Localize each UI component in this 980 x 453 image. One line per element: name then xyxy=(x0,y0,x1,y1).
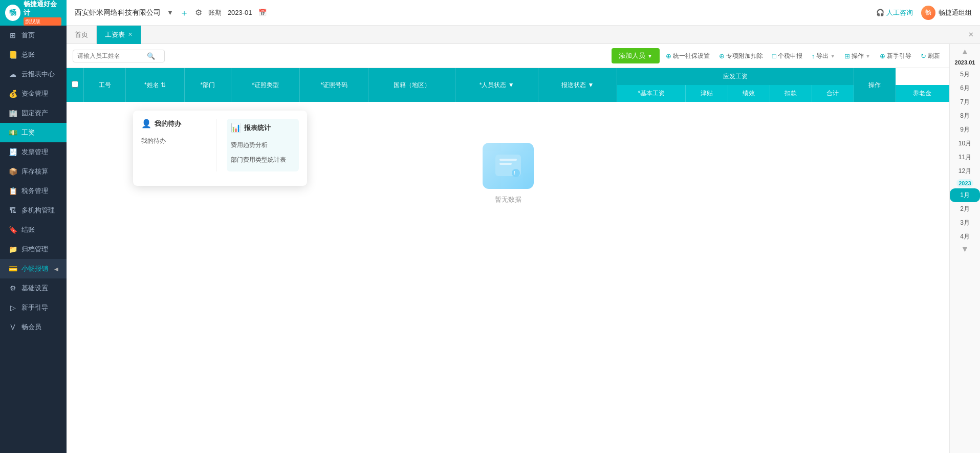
sidebar-item-guide[interactable]: ▷ 新手引导 xyxy=(0,298,67,317)
add-person-button[interactable]: 添加人员 ▼ xyxy=(612,48,660,63)
social-insurance-button[interactable]: ⊕ 统一社保设置 xyxy=(663,50,713,62)
cal-month-5[interactable]: 5月 xyxy=(950,68,980,81)
service-button[interactable]: 🎧 人工咨询 xyxy=(876,8,913,17)
tab-close-icon[interactable]: ✕ xyxy=(128,31,133,38)
sort-icon: ⇅ xyxy=(161,81,166,89)
period-label: 账期 xyxy=(208,8,222,17)
tab-home[interactable]: 首页 xyxy=(67,26,97,44)
tab-close-all[interactable]: ✕ xyxy=(968,31,980,38)
sidebar-item-fixed-assets[interactable]: 🏢 固定资产 xyxy=(0,103,67,123)
cal-month-1[interactable]: 1月 xyxy=(950,188,980,202)
sidebar-item-member[interactable]: V 畅会员 xyxy=(0,317,67,337)
export-button[interactable]: ↑ 导出 ▼ xyxy=(809,50,838,62)
new-guide-label: 新手引导 xyxy=(887,52,911,60)
sidebar-item-basic[interactable]: ⚙ 基础设置 xyxy=(0,278,67,298)
period-value: 2023-01 xyxy=(228,9,252,16)
cal-month-9[interactable]: 9月 xyxy=(950,123,980,137)
operation-dropdown-icon: ▼ xyxy=(865,53,870,59)
sidebar-item-label: 资金管理 xyxy=(21,89,48,98)
th-name[interactable]: *姓名 ⇅ xyxy=(126,68,185,102)
export-dropdown-icon: ▼ xyxy=(830,53,835,59)
sidebar-item-invoice[interactable]: 🧾 发票管理 xyxy=(0,142,67,162)
popup-item-cost-trend[interactable]: 费用趋势分析 xyxy=(231,138,295,153)
operation-button[interactable]: ⊞ 操作 ▼ xyxy=(841,50,874,62)
user-menu[interactable]: 畅 畅捷通组组 xyxy=(921,6,972,20)
special-deduction-button[interactable]: ⊕ 专项附加扣除 xyxy=(716,50,766,62)
sidebar-item-label: 结账 xyxy=(21,225,35,234)
username: 畅捷通组组 xyxy=(939,8,972,17)
cal-month-12[interactable]: 12月 xyxy=(950,164,980,178)
sidebar-item-label: 归档管理 xyxy=(21,245,48,254)
cal-month-4[interactable]: 4月 xyxy=(950,230,980,244)
filter-icon2: ▼ xyxy=(587,81,594,89)
inventory-icon: 📦 xyxy=(8,167,17,176)
sidebar-item-archive[interactable]: 📁 归档管理 xyxy=(0,240,67,259)
sidebar-item-xiaochang[interactable]: 💳 小畅报销 ◀ xyxy=(0,259,67,278)
th-report-status[interactable]: 报送状态 ▼ xyxy=(538,68,617,102)
sidebar-item-home[interactable]: ⊞ 首页 xyxy=(0,26,67,45)
settings-icon[interactable]: ⚙ xyxy=(195,8,202,17)
cal-month-3[interactable]: 3月 xyxy=(950,216,980,230)
add-icon[interactable]: ＋ xyxy=(180,7,189,19)
social-insurance-label: 统一社保设置 xyxy=(673,52,710,60)
cal-month-7[interactable]: 7月 xyxy=(950,95,980,109)
search-input[interactable] xyxy=(77,52,144,59)
popup-item-dept-cost[interactable]: 部门费用类型统计表 xyxy=(231,153,295,167)
sidebar-item-multi-org[interactable]: 🏗 多机构管理 xyxy=(0,201,67,220)
report-icon: 📊 xyxy=(231,123,241,133)
sidebar-item-inventory[interactable]: 📦 库存核算 xyxy=(0,162,67,181)
popup-header: 👤 我的待办 我的待办 📊 报表统计 费用趋势分析 部门费用类型统计表 xyxy=(141,119,299,171)
th-total: 合计 xyxy=(812,85,854,102)
checkbox-header[interactable] xyxy=(67,68,84,102)
refresh-button[interactable]: ↻ 刷新 xyxy=(918,50,943,62)
sidebar-item-tax[interactable]: 📋 税务管理 xyxy=(0,181,67,201)
sidebar-item-cloud-report[interactable]: ☁ 云报表中心 xyxy=(0,64,67,84)
personal-tax-button[interactable]: □ 个税申报 xyxy=(769,50,805,62)
sidebar-item-closing[interactable]: 🔖 结账 xyxy=(0,220,67,240)
cal-month-2[interactable]: 2月 xyxy=(950,202,980,216)
fund-icon: 💰 xyxy=(8,90,17,98)
search-box: 🔍 xyxy=(73,50,165,62)
th-operation: 操作 xyxy=(854,68,896,102)
th-personnel-status[interactable]: *人员状态 ▼ xyxy=(455,68,538,102)
sidebar-item-payroll[interactable]: 💵 工资 xyxy=(0,123,67,142)
cal-month-10[interactable]: 10月 xyxy=(950,137,980,150)
logo-text-block: 畅捷通好会计 旗舰版 xyxy=(24,0,61,26)
personal-tax-label: 个税申报 xyxy=(778,52,802,60)
new-guide-icon: ⊕ xyxy=(880,52,885,60)
cloud-icon: ☁ xyxy=(8,70,17,78)
popup-item-my-todo[interactable]: 我的待办 xyxy=(141,134,206,148)
sidebar-item-fund[interactable]: 💰 资金管理 xyxy=(0,84,67,103)
cal-year-header: 2023.01 xyxy=(955,57,975,68)
popup-report-title-label: 报表统计 xyxy=(244,123,271,133)
empty-icon: ! xyxy=(483,143,534,189)
new-guide-button[interactable]: ⊕ 新手引导 xyxy=(877,50,914,62)
search-icon[interactable]: 🔍 xyxy=(147,52,155,60)
tab-payroll-label: 工资表 xyxy=(105,30,125,39)
payroll-table: 工号 *姓名 ⇅ *部门 *证照类型 *证照号码 国籍（地区） *人员状态 ▼ … xyxy=(67,68,949,102)
company-dropdown-icon[interactable]: ▼ xyxy=(167,9,173,16)
popup-section-report-title: 📊 报表统计 xyxy=(231,123,295,133)
special-deduction-icon: ⊕ xyxy=(719,52,725,60)
headset-icon: 🎧 xyxy=(876,9,884,16)
tab-payroll-sheet[interactable]: 工资表 ✕ xyxy=(97,26,141,44)
main-area: 西安虾米网络科技有限公司 ▼ ＋ ⚙ 账期 2023-01 📅 🎧 人工咨询 畅… xyxy=(67,0,980,453)
cal-month-8[interactable]: 8月 xyxy=(950,109,980,123)
cal-nav-down[interactable]: ▼ xyxy=(960,244,970,255)
cal-nav-up[interactable]: ▲ xyxy=(960,46,970,57)
refresh-label: 刷新 xyxy=(928,52,940,60)
cal-month-11[interactable]: 11月 xyxy=(950,150,980,164)
topbar: 西安虾米网络科技有限公司 ▼ ＋ ⚙ 账期 2023-01 📅 🎧 人工咨询 畅… xyxy=(67,0,980,26)
chevron-right-icon: ◀ xyxy=(54,266,58,272)
calendar-icon[interactable]: 📅 xyxy=(258,9,267,16)
popup-section-todo: 👤 我的待办 我的待办 xyxy=(141,119,206,171)
sidebar-item-label: 税务管理 xyxy=(21,186,48,196)
sidebar-item-ledger[interactable]: 📒 总账 xyxy=(0,45,67,64)
th-allowance: 津贴 xyxy=(686,85,728,102)
service-label: 人工咨询 xyxy=(886,8,913,17)
cal-month-6[interactable]: 6月 xyxy=(950,81,980,95)
table-header-row-1: 工号 *姓名 ⇅ *部门 *证照类型 *证照号码 国籍（地区） *人员状态 ▼ … xyxy=(67,68,949,85)
xiaochang-icon: 💳 xyxy=(8,265,17,273)
special-deduction-label: 专项附加扣除 xyxy=(726,52,763,60)
select-all-checkbox[interactable] xyxy=(72,81,78,88)
